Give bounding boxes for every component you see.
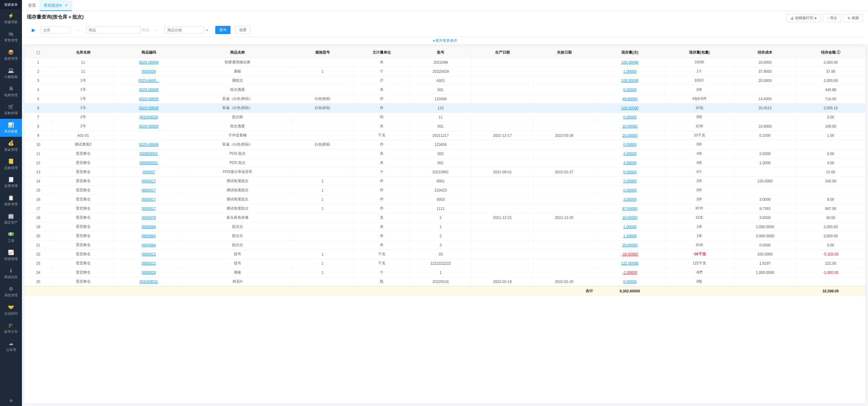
cell-code[interactable]: 0023-00008 bbox=[114, 104, 184, 113]
cell-code[interactable]: 0000017 bbox=[114, 177, 184, 186]
cell-code[interactable]: 000900001 bbox=[114, 149, 184, 158]
sidebar-item-salary[interactable]: 💵 工资 bbox=[0, 228, 22, 246]
expand-more-btn[interactable]: ▾ 展开更多条件 bbox=[433, 38, 457, 43]
table-row: 20 晋宏粮仓 0000084 批次次 米 2 1.00000 1米 3,000… bbox=[24, 232, 866, 241]
cell-qty-main[interactable]: 1.00000 bbox=[595, 67, 664, 76]
cell-code[interactable]: 0023-00005 bbox=[114, 94, 184, 104]
cell-qty-main[interactable]: 100.00000 bbox=[595, 58, 664, 67]
cell-code[interactable]: 0023-00008 bbox=[114, 140, 184, 149]
cell-qty-main[interactable]: 49.60000 bbox=[595, 94, 664, 104]
cell-code[interactable]: 0000017 bbox=[114, 186, 184, 195]
sidebar-item-quicknav[interactable]: ⚡ 快捷导航 bbox=[0, 9, 22, 28]
cell-batch: 1 bbox=[410, 222, 472, 232]
cell-qty-main[interactable]: 3.00000 bbox=[595, 195, 664, 204]
cell-qty-main[interactable]: 0.00000 bbox=[595, 186, 664, 195]
cell-code[interactable]: 0023-00005 bbox=[114, 122, 184, 131]
select-all-checkbox[interactable]: ☐ bbox=[36, 50, 40, 55]
cell-code[interactable]: 0000029 bbox=[114, 268, 184, 277]
tab-close-btn[interactable]: ✕ bbox=[65, 3, 68, 8]
cell-qty-main[interactable]: 4.00000 bbox=[595, 158, 664, 168]
cell-code[interactable]: 001000031 bbox=[114, 277, 184, 286]
sidebar-item-invoice[interactable]: 🧾 发票管理 bbox=[0, 173, 22, 192]
sidebar-item-system[interactable]: ⚙ 系统管理 bbox=[0, 283, 22, 301]
cell-qty-main[interactable]: 0.00000 bbox=[595, 85, 664, 94]
cell-cost: 20.0000 bbox=[734, 58, 796, 67]
settings-btn[interactable]: 设置 bbox=[236, 26, 251, 34]
cell-batch: 2 bbox=[410, 213, 472, 222]
cell-qty-main[interactable]: -1.00000 bbox=[595, 268, 664, 277]
cell-qty-main[interactable]: 100.00000 bbox=[595, 76, 664, 85]
sidebar-item-inventory[interactable]: 📊 库存核算 bbox=[0, 119, 22, 137]
cell-qty-main[interactable]: 10.00000 bbox=[595, 122, 664, 131]
sidebar-item-cloud[interactable]: ☁ 云应用 bbox=[0, 337, 22, 356]
col-header-name: 商品名称 bbox=[184, 47, 292, 58]
cell-num: 5 bbox=[24, 94, 52, 104]
cell-qty-main[interactable]: -16.00000 bbox=[595, 250, 664, 259]
sidebar-item-retail[interactable]: 🛍 零售管理 bbox=[0, 28, 22, 46]
cell-code[interactable]: 0023-00005 bbox=[114, 85, 184, 94]
cell-code[interactable] bbox=[114, 131, 184, 140]
cell-qty-main[interactable]: 1.00000 bbox=[595, 222, 664, 232]
cell-code[interactable]: 0000084 bbox=[114, 232, 184, 241]
sidebar-item-basics[interactable]: ℹ 基础信息 bbox=[0, 264, 22, 283]
sidebar-item-wholesale[interactable]: 📦 批发管理 bbox=[0, 46, 22, 64]
sidebar-item-microecom[interactable]: 💻 小额电商 bbox=[0, 64, 22, 82]
cell-code[interactable]: 0000017 bbox=[114, 195, 184, 204]
cell-code[interactable]: 0023-0000... bbox=[114, 76, 184, 85]
cell-qty-main[interactable]: 122.00000 bbox=[595, 259, 664, 268]
sidebar-logo[interactable]: 搜索菜单 bbox=[0, 0, 22, 9]
cell-qty-main[interactable]: 4.00000 bbox=[595, 149, 664, 158]
expand-arrow-icon[interactable]: ▶ bbox=[32, 27, 35, 33]
cell-qty-main[interactable]: 100.00000 bbox=[595, 104, 664, 113]
cell-qty-main[interactable]: 87.00000 bbox=[595, 204, 664, 213]
cell-qty-main[interactable]: 0.00000 bbox=[595, 113, 664, 122]
cell-qty-main[interactable]: 0.00000 bbox=[595, 168, 664, 177]
cell-qty-pkg: 0件 bbox=[664, 140, 734, 149]
category-input[interactable] bbox=[165, 27, 204, 34]
print-btn[interactable]: 🖨 按模板打印 ▾ bbox=[786, 14, 820, 22]
cell-code[interactable]: 0000012 bbox=[114, 250, 184, 259]
cell-code[interactable]: 000900001 bbox=[114, 158, 184, 168]
cell-code[interactable]: 0000084 bbox=[114, 222, 184, 232]
cell-qty-main[interactable]: 1.00000 bbox=[595, 232, 664, 241]
sidebar-settings[interactable]: ⚙ bbox=[0, 396, 22, 406]
cell-code[interactable]: 0000078 bbox=[114, 213, 184, 222]
tab-home[interactable]: 首页 bbox=[24, 0, 40, 11]
cell-code[interactable]: 0023-00009 bbox=[114, 58, 184, 67]
cell-code[interactable]: 0000017 bbox=[114, 204, 184, 213]
cell-qty-main[interactable]: 10.00000 bbox=[595, 213, 664, 222]
cell-num: 4 bbox=[24, 85, 52, 94]
cell-code[interactable]: 0000029 bbox=[114, 67, 184, 76]
category-dropdown-icon[interactable]: ▾ bbox=[206, 28, 208, 32]
cell-qty-main[interactable]: 0.00000 bbox=[595, 140, 664, 149]
warehouse-input[interactable] bbox=[40, 27, 71, 34]
warehouse-field bbox=[40, 27, 71, 34]
export-btn[interactable]: ↑ 导出 bbox=[823, 14, 841, 22]
cell-qty-main[interactable]: 10.00000 bbox=[595, 131, 664, 140]
cell-code[interactable]: 0000012 bbox=[114, 259, 184, 268]
cell-num: 23 bbox=[24, 259, 52, 268]
sidebar-item-ledger[interactable]: 📒 总账管理 bbox=[0, 155, 22, 173]
sidebar-item-guide[interactable]: 🎓 新手引导 bbox=[0, 319, 22, 337]
cell-qty-main[interactable]: 0.00000 bbox=[595, 277, 664, 286]
cell-code[interactable]: 0000084 bbox=[114, 241, 184, 250]
tab-inventory-batch[interactable]: 库存批次▾ ✕ bbox=[40, 0, 72, 11]
filter-expand-arrow[interactable]: ▶ bbox=[32, 27, 35, 33]
sidebar-item-ecom[interactable]: 🖥 电商管理 bbox=[0, 82, 22, 101]
cell-amount: 9.00 bbox=[796, 195, 865, 204]
cell-qty-main[interactable]: 10.00000 bbox=[595, 241, 664, 250]
cell-code[interactable]: 001000026 bbox=[114, 113, 184, 122]
cell-qty-main[interactable]: 2.00000 bbox=[595, 177, 664, 186]
cell-code[interactable]: 000097 bbox=[114, 168, 184, 177]
refresh-btn[interactable]: ↻ 刷新 bbox=[844, 14, 863, 22]
sidebar-item-collab[interactable]: 🤝 企业协同 bbox=[0, 301, 22, 319]
sidebar-item-assets[interactable]: 🏢 固定资产 bbox=[0, 210, 22, 228]
footer-empty1 bbox=[24, 286, 52, 296]
sidebar-item-finance[interactable]: 💰 资金管理 bbox=[0, 137, 22, 155]
cell-num: 11 bbox=[24, 149, 52, 158]
sidebar-item-operations[interactable]: 📈 经营管理 bbox=[0, 246, 22, 264]
goods-input[interactable] bbox=[86, 27, 141, 34]
sidebar-item-purchase[interactable]: 🛒 采购管理 bbox=[0, 101, 22, 119]
search-btn[interactable]: 查询 bbox=[215, 26, 230, 34]
sidebar-item-tax[interactable]: 📋 税务管理 bbox=[0, 192, 22, 210]
